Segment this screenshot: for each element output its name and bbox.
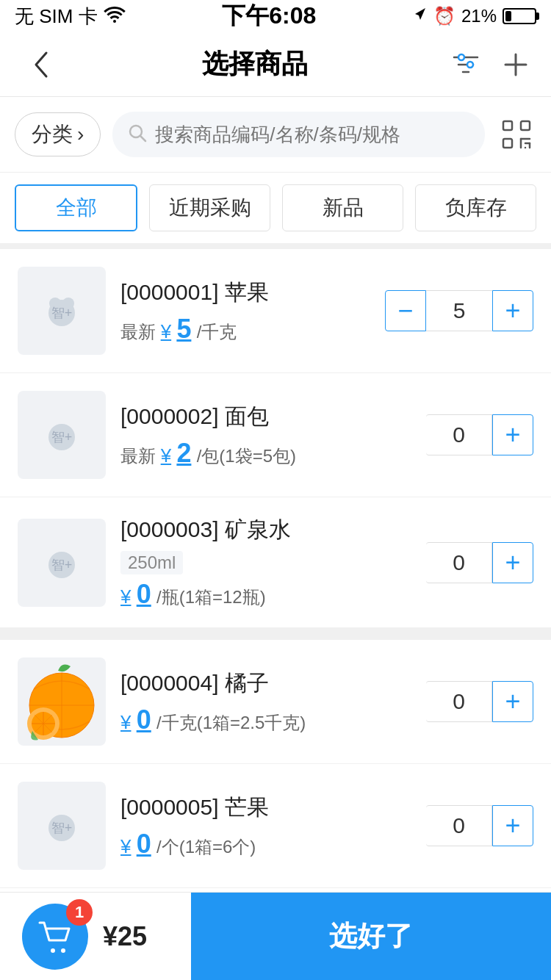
- product-info-3: [0000003] 矿泉水 250ml ¥ 0 /瓶(1箱=12瓶): [120, 515, 411, 610]
- tab-new[interactable]: 新品: [282, 184, 403, 231]
- svg-rect-11: [503, 139, 512, 148]
- battery-icon: [503, 8, 536, 24]
- svg-point-37: [51, 948, 55, 953]
- svg-text:智+: 智+: [51, 821, 73, 835]
- filter-button[interactable]: [451, 51, 480, 78]
- add-button[interactable]: [503, 51, 529, 78]
- product-info-4: [0000004] 橘子 ¥ 0 /千克(1箱=2.5千克): [120, 669, 411, 735]
- svg-text:智+: 智+: [51, 558, 73, 572]
- svg-rect-10: [521, 121, 530, 130]
- battery-percent: 21%: [461, 6, 497, 26]
- list-item: 智+ [0000005] 芒果 ¥ 0 /个(1箱=6个) +: [0, 764, 551, 888]
- qty-control-2: +: [426, 414, 533, 455]
- qty-minus-1[interactable]: −: [385, 290, 426, 331]
- wifi-icon: [104, 5, 126, 28]
- product-name-1: [0000001] 苹果: [120, 278, 370, 308]
- nav-actions: [451, 51, 529, 78]
- product-thumbnail-1: 智+: [18, 267, 106, 355]
- product-thumbnail-3: 智+: [18, 519, 106, 607]
- cart-badge: 1: [66, 899, 93, 926]
- status-bar: 无 SIM 卡 下午6:08 ⏰ 21%: [0, 0, 551, 32]
- product-name-3: [0000003] 矿泉水: [120, 515, 411, 545]
- filter-row: 分类 ›: [0, 97, 551, 173]
- product-name-5: [0000005] 芒果: [120, 793, 411, 823]
- bottom-bar: 1 ¥25 选好了: [0, 892, 551, 980]
- product-list: 智+ [0000001] 苹果 最新 ¥ 5 /千克 − + 智+ [00000…: [0, 249, 551, 980]
- qty-input-5[interactable]: [426, 805, 492, 846]
- cart-section: 1 ¥25: [0, 904, 191, 970]
- confirm-button[interactable]: 选好了: [191, 893, 551, 981]
- qty-input-3[interactable]: [426, 542, 492, 583]
- product-price-4: ¥ 0 /千克(1箱=2.5千克): [120, 705, 411, 735]
- location-icon: [413, 6, 428, 26]
- cart-icon-wrap[interactable]: 1: [22, 904, 88, 970]
- svg-point-4: [467, 62, 473, 68]
- qty-plus-1[interactable]: +: [492, 290, 533, 331]
- product-thumbnail-2: 智+: [18, 391, 106, 479]
- product-spec-3: 250ml: [120, 551, 183, 574]
- page-title: 选择商品: [202, 46, 308, 82]
- category-label: 分类: [32, 120, 73, 148]
- product-name-2: [0000002] 面包: [120, 402, 411, 432]
- svg-line-8: [140, 136, 145, 141]
- alarm-icon: ⏰: [433, 6, 455, 26]
- qty-plus-5[interactable]: +: [492, 805, 533, 846]
- search-input[interactable]: [155, 123, 470, 146]
- qty-plus-3[interactable]: +: [492, 542, 533, 583]
- search-bar: [112, 112, 485, 157]
- qty-control-3: +: [426, 542, 533, 583]
- qty-input-1[interactable]: [426, 290, 492, 331]
- qty-control-5: +: [426, 805, 533, 846]
- tabs-row: 全部 近期采购 新品 负库存: [0, 173, 551, 249]
- tab-all[interactable]: 全部: [15, 184, 137, 231]
- product-name-4: [0000004] 橘子: [120, 669, 411, 699]
- cart-total: ¥25: [103, 921, 147, 952]
- svg-point-38: [61, 948, 65, 953]
- list-item: 智+ [0000003] 矿泉水 250ml ¥ 0 /瓶(1箱=12瓶) +: [0, 497, 551, 628]
- back-button[interactable]: [22, 46, 59, 83]
- qty-control-4: +: [426, 681, 533, 722]
- status-right: ⏰ 21%: [413, 6, 536, 26]
- product-price-3: ¥ 0 /瓶(1箱=12瓶): [120, 579, 411, 610]
- qty-input-2[interactable]: [426, 414, 492, 455]
- svg-text:智+: 智+: [51, 306, 73, 320]
- svg-point-3: [458, 54, 464, 60]
- search-icon: [127, 123, 148, 146]
- tab-negative[interactable]: 负库存: [415, 184, 536, 231]
- qty-control-1: − +: [385, 290, 533, 331]
- status-time: 下午6:08: [222, 0, 316, 32]
- scan-button[interactable]: [497, 115, 536, 154]
- list-item: 智+ [0000001] 苹果 最新 ¥ 5 /千克 − +: [0, 249, 551, 373]
- svg-rect-9: [503, 121, 512, 130]
- tab-recent[interactable]: 近期采购: [149, 184, 270, 231]
- product-info-2: [0000002] 面包 最新 ¥ 2 /包(1袋=5包): [120, 402, 411, 469]
- status-carrier: 无 SIM 卡: [15, 4, 126, 29]
- product-info-1: [0000001] 苹果 最新 ¥ 5 /千克: [120, 278, 370, 345]
- product-thumbnail-5: 智+: [18, 782, 106, 870]
- product-info-5: [0000005] 芒果 ¥ 0 /个(1箱=6个): [120, 793, 411, 860]
- chevron-right-icon: ›: [77, 123, 84, 146]
- list-item: 智+ [0000002] 面包 最新 ¥ 2 /包(1袋=5包) +: [0, 373, 551, 497]
- product-thumbnail-4: [18, 657, 106, 746]
- product-price-2: 最新 ¥ 2 /包(1袋=5包): [120, 438, 411, 469]
- svg-text:智+: 智+: [51, 430, 73, 444]
- qty-plus-2[interactable]: +: [492, 414, 533, 455]
- category-button[interactable]: 分类 ›: [15, 112, 101, 156]
- list-item: [0000004] 橘子 ¥ 0 /千克(1箱=2.5千克) +: [0, 640, 551, 764]
- carrier-text: 无 SIM 卡: [15, 4, 98, 29]
- qty-input-4[interactable]: [426, 681, 492, 722]
- product-price-1: 最新 ¥ 5 /千克: [120, 314, 370, 345]
- qty-plus-4[interactable]: +: [492, 681, 533, 722]
- nav-bar: 选择商品: [0, 32, 551, 97]
- product-price-5: ¥ 0 /个(1箱=6个): [120, 829, 411, 860]
